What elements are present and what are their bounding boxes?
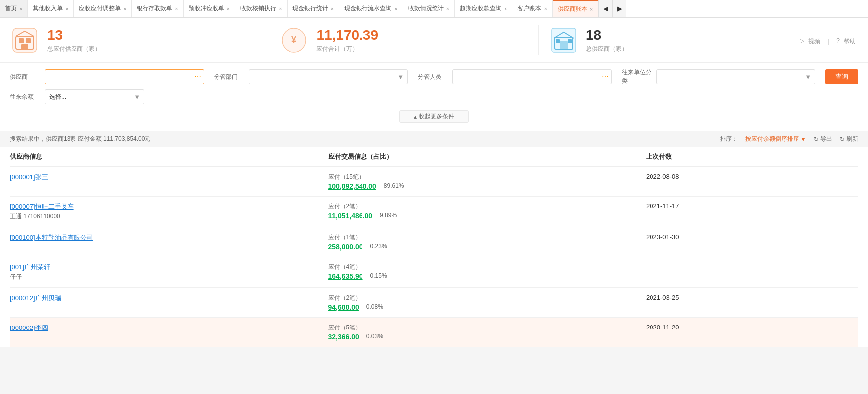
- sort-select[interactable]: 按应付余额倒序排序 ▼: [745, 135, 806, 143]
- stat-divider-2: [538, 25, 539, 55]
- refresh-button[interactable]: ↻ 刷新: [840, 135, 858, 143]
- col-last-payment: 上次付数: [646, 152, 858, 161]
- nav-prev-arrow[interactable]: ◀: [598, 0, 612, 18]
- result-actions: 排序： 按应付余额倒序排序 ▼ ↻ 导出 ↻ 刷新: [720, 135, 858, 143]
- close-icon[interactable]: ×: [175, 6, 178, 12]
- nav-tab-customer-ledger[interactable]: 客户账本 ×: [512, 0, 552, 18]
- video-icon: ▷: [800, 37, 804, 44]
- unit-select[interactable]: [656, 69, 816, 84]
- nav-tab-other-income[interactable]: 其他收入单 ×: [28, 0, 73, 18]
- nav-tab-supplier-ledger[interactable]: 供应商账本 ×: [553, 0, 598, 18]
- payment-date: 2021-03-25: [646, 294, 679, 301]
- nav-tab-home[interactable]: 首页 ×: [0, 0, 28, 18]
- trade-pct: 9.89%: [380, 212, 397, 219]
- trade-amount[interactable]: 32,366.00: [328, 333, 359, 341]
- supplier-filter: 供应商 ⋯: [10, 69, 204, 84]
- sort-chevron-icon: ▼: [800, 136, 806, 143]
- last-payment: 2021-03-25: [646, 294, 858, 301]
- dept-select-wrapper: ▼: [249, 69, 408, 84]
- help-link[interactable]: 帮助: [844, 37, 856, 46]
- trade-amount[interactable]: 164,635.90: [328, 272, 363, 280]
- dept-select[interactable]: [249, 69, 408, 84]
- nav-tab-prepay[interactable]: 预收冲应收单 ×: [184, 0, 235, 18]
- supplier-link[interactable]: [000007]恒旺二手叉车: [10, 202, 328, 211]
- video-link[interactable]: 视频: [808, 37, 820, 46]
- trade-row: 32,366.00 0.03%: [328, 332, 647, 341]
- supplier-info: [000100]本特勒油品有限公司: [10, 233, 328, 242]
- close-icon[interactable]: ×: [446, 6, 449, 12]
- close-icon[interactable]: ×: [65, 6, 68, 12]
- close-icon[interactable]: ×: [590, 6, 593, 12]
- table-row: [001]广州荣轩 仔仔 应付（4笔） 164,635.90 0.15%: [10, 257, 858, 288]
- svg-rect-3: [26, 38, 31, 43]
- query-button[interactable]: 查询: [825, 69, 858, 84]
- trade-row: 164,635.90 0.15%: [328, 271, 647, 280]
- payment-date: 2022-08-08: [646, 173, 679, 180]
- filter-row-1: 供应商 ⋯ 分管部门 ▼ 分管人员 ⋯ 往来单位: [10, 68, 858, 85]
- payable-suppliers-label: 总应付供应商（家）: [47, 45, 101, 53]
- trade-pct: 0.08%: [366, 303, 383, 310]
- supplier-input-wrapper: ⋯: [45, 69, 204, 84]
- svg-rect-11: [568, 39, 572, 43]
- person-dots-icon[interactable]: ⋯: [602, 73, 609, 81]
- nav-tab-bank[interactable]: 银行存取款单 ×: [132, 0, 183, 18]
- collapse-button[interactable]: ▴ 收起更多条件: [399, 110, 469, 123]
- last-payment: 2020-11-20: [646, 324, 858, 331]
- close-icon[interactable]: ×: [227, 6, 230, 12]
- dept-filter: 分管部门 ▼: [214, 69, 408, 84]
- payment-date: 2023-01-30: [646, 233, 679, 241]
- nav-tab-cash-flow[interactable]: 现金银行流水查询 ×: [339, 0, 403, 18]
- close-icon[interactable]: ×: [123, 6, 126, 12]
- close-icon[interactable]: ×: [279, 6, 282, 12]
- supplier-input[interactable]: [45, 69, 204, 84]
- svg-text:¥: ¥: [291, 35, 296, 45]
- question-icon: ?: [836, 37, 840, 44]
- trade-row: 94,600.00 0.08%: [328, 302, 647, 311]
- supplier-info: [000001]张三: [10, 173, 328, 182]
- nav-tab-receipt-stats[interactable]: 收款情况统计 ×: [403, 0, 455, 18]
- nav-tab-cash-stats[interactable]: 现金银行统计 ×: [288, 0, 339, 18]
- close-icon[interactable]: ×: [504, 6, 507, 12]
- payment-date: 2021-11-17: [646, 202, 679, 210]
- supplier-dots-icon[interactable]: ⋯: [194, 73, 201, 81]
- person-input-wrapper: ⋯: [452, 69, 612, 84]
- supplier-info: [000012]广州贝瑞: [10, 294, 328, 303]
- result-bar: 搜索结果中，供应商13家 应付金额 111,703,854.00元 排序： 按应…: [0, 131, 868, 147]
- trade-info: 应付（1笔） 258,000.00 0.23%: [328, 233, 647, 251]
- balance-select[interactable]: 选择...: [45, 89, 144, 104]
- svg-rect-9: [560, 41, 568, 49]
- trade-amount[interactable]: 11,051,486.00: [328, 212, 373, 220]
- trade-amount[interactable]: 94,600.00: [328, 303, 359, 311]
- supplier-link[interactable]: [000001]张三: [10, 173, 328, 182]
- supplier-info: [000007]恒旺二手叉车 王通 17106110000: [10, 202, 328, 221]
- supplier-link[interactable]: [001]广州荣轩: [10, 263, 328, 272]
- supplier-link[interactable]: [000002]李四: [10, 324, 328, 332]
- close-icon[interactable]: ×: [544, 6, 547, 12]
- nav-tab-adjustment[interactable]: 应收应付调整单 ×: [74, 0, 132, 18]
- supplier-link[interactable]: [000100]本特勒油品有限公司: [10, 233, 328, 242]
- supplier-link[interactable]: [000012]广州贝瑞: [10, 294, 328, 303]
- trade-amount[interactable]: 100,092,540.00: [328, 182, 376, 190]
- export-button[interactable]: ↻ 导出: [814, 135, 832, 143]
- stats-bar: 13 总应付供应商（家） ¥ 11,170.39 应付合计（万）: [0, 18, 868, 63]
- supplier-sub: 王通 17106110000: [10, 212, 328, 221]
- close-icon[interactable]: ×: [331, 6, 334, 12]
- trade-amount[interactable]: 258,000.00: [328, 243, 363, 251]
- trade-label: 应付（2笔）: [328, 202, 647, 211]
- table-row: [000007]恒旺二手叉车 王通 17106110000 应付（2笔） 11,…: [10, 197, 858, 227]
- person-input[interactable]: [452, 69, 612, 84]
- close-icon[interactable]: ×: [394, 6, 397, 12]
- balance-select-wrapper: 选择... ▼: [45, 89, 144, 104]
- supplier-info: [001]广州荣轩 仔仔: [10, 263, 328, 281]
- table-row: [000001]张三 应付（15笔） 100,092,540.00 89.61%…: [10, 167, 858, 197]
- last-payment: 2022-08-08: [646, 173, 858, 180]
- nav-tab-overdue[interactable]: 超期应收款查询 ×: [455, 0, 512, 18]
- close-icon[interactable]: ×: [19, 6, 22, 12]
- result-summary: 搜索结果中，供应商13家 应付金额 111,703,854.00元: [10, 135, 150, 143]
- nav-next-arrow[interactable]: ▶: [612, 0, 626, 18]
- total-suppliers-text: 18 总供应商（家）: [586, 27, 628, 53]
- trade-info: 应付（4笔） 164,635.90 0.15%: [328, 263, 647, 280]
- last-payment: 2021-11-17: [646, 202, 858, 210]
- svg-rect-10: [556, 39, 560, 43]
- nav-tab-collection[interactable]: 收款核销执行 ×: [235, 0, 287, 18]
